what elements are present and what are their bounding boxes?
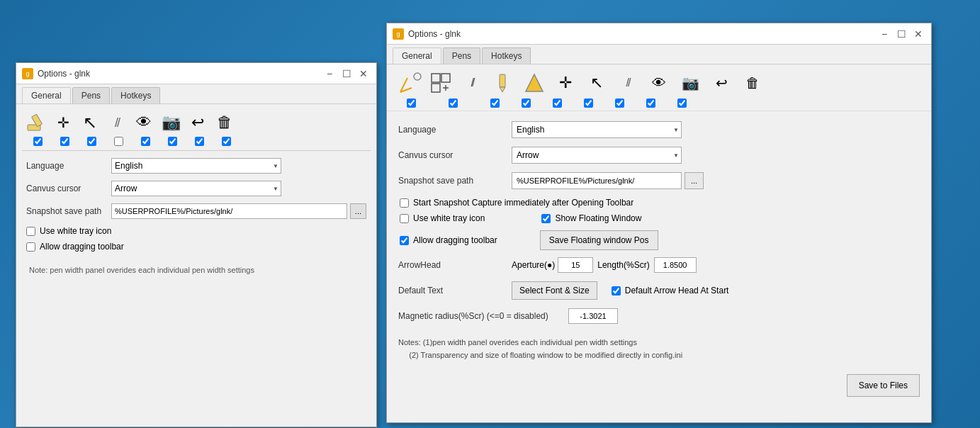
small-title: Options - glnk	[38, 69, 90, 79]
large-tool-pen-big[interactable]	[490, 70, 516, 96]
small-snapshot-path-row: Snapshot save path ...	[26, 203, 366, 219]
small-check-5[interactable]	[168, 137, 177, 146]
large-check-2[interactable]	[490, 98, 500, 108]
small-tool-eraser[interactable]	[25, 111, 47, 134]
large-tab-general[interactable]: General	[393, 47, 441, 64]
svg-marker-11	[500, 87, 505, 92]
small-check-7[interactable]	[222, 137, 231, 146]
small-toolbar-area: ✛ ↖ // 👁 📷 ↩ 🗑	[16, 104, 376, 150]
small-canvas-cursor-select[interactable]: Arrow Cross Default	[111, 181, 281, 196]
large-check-0[interactable]	[407, 98, 416, 108]
small-canvas-cursor-row: Canvus cursor Arrow Cross Default ▼	[26, 181, 366, 196]
large-save-floating-button[interactable]: Save Floating window Pos	[540, 230, 658, 250]
large-maximize-button[interactable]: ☐	[894, 27, 908, 41]
small-check-1[interactable]	[60, 137, 69, 146]
small-check-6[interactable]	[195, 137, 204, 146]
large-save-files-button[interactable]: Save to Files	[847, 374, 920, 397]
small-note: Note: pen width panel overides each indi…	[26, 266, 366, 274]
large-minimize-button[interactable]: −	[877, 27, 891, 41]
small-tool-camera[interactable]: 📷	[159, 111, 182, 134]
large-select-font-button[interactable]: Select Font & Size	[512, 281, 597, 300]
large-default-arrowhead-checkbox[interactable]	[612, 286, 621, 295]
small-browse-button[interactable]: ...	[350, 203, 366, 219]
small-tool-lines[interactable]: //	[106, 111, 128, 134]
large-notes-line2: (2) Transparency and size of floating wi…	[398, 351, 682, 359]
large-magnetic-row: Magnetic radius(%Scr) (<=0 = disabled)	[398, 308, 920, 324]
small-check-0[interactable]	[33, 137, 43, 146]
small-title-buttons: − ☐ ✕	[322, 67, 371, 81]
small-drag-toolbar-label: Allow dragging toolbar	[40, 242, 124, 252]
small-language-label: Language	[26, 161, 104, 171]
large-default-text-label: Default Text	[398, 286, 512, 295]
small-tool-move[interactable]: ✛	[52, 111, 74, 134]
large-tool-lines-big[interactable]: //	[459, 70, 485, 96]
large-arrowhead-label: ArrowHead	[398, 260, 512, 270]
large-check-8[interactable]	[677, 98, 687, 108]
svg-point-4	[414, 73, 421, 80]
large-drag-toolbar-checkbox[interactable]	[400, 236, 409, 245]
large-snapshot-path-input[interactable]	[512, 172, 682, 189]
small-tool-undo[interactable]: ↩	[186, 111, 209, 134]
small-tool-eye[interactable]: 👁	[133, 111, 155, 134]
large-browse-button[interactable]: ...	[685, 172, 704, 189]
large-canvas-cursor-select[interactable]: Arrow Cross	[512, 147, 682, 164]
large-check-6[interactable]	[615, 98, 624, 108]
small-minimize-button[interactable]: −	[322, 67, 337, 81]
small-tab-general[interactable]: General	[22, 87, 71, 103]
large-arrowhead-row: ArrowHead Aperture(●) Length(%Scr)	[398, 257, 920, 273]
large-magnetic-input[interactable]	[568, 308, 618, 324]
small-close-button[interactable]: ✕	[356, 67, 371, 81]
large-length-label: Length(%Scr)	[597, 260, 649, 270]
small-language-select[interactable]: English French German	[111, 158, 281, 174]
large-tool-delete-big[interactable]: 🗑	[740, 70, 765, 96]
small-maximize-button[interactable]: ☐	[339, 67, 354, 81]
large-tabs: General Pens Hotkeys	[387, 45, 931, 64]
large-snapshot-path-label: Snapshot save path	[398, 176, 512, 186]
large-save-row: Save to Files	[398, 370, 920, 397]
small-tool-delete[interactable]: 🗑	[213, 111, 236, 134]
large-start-snapshot-checkbox[interactable]	[400, 198, 409, 208]
large-tab-hotkeys[interactable]: Hotkeys	[482, 47, 531, 64]
large-form-area: Language English French German ▼ Canvus …	[387, 111, 931, 407]
large-tool-undo-big[interactable]: ↩	[709, 70, 734, 96]
large-check-1[interactable]	[449, 98, 458, 108]
small-tool-checkboxes	[25, 137, 368, 146]
small-check-2[interactable]	[87, 137, 96, 146]
large-tab-pens[interactable]: Pens	[443, 47, 480, 64]
small-drag-toolbar-checkbox[interactable]	[26, 242, 35, 252]
large-aperture-label: Aperture(●)	[512, 260, 555, 270]
large-check-4[interactable]	[553, 98, 562, 108]
large-close-button[interactable]: ✕	[911, 27, 925, 41]
large-check-5[interactable]	[584, 98, 593, 108]
large-tool-lines2[interactable]: //	[615, 70, 641, 96]
small-snapshot-path-input[interactable]	[111, 203, 347, 219]
large-drag-save-row: Allow dragging toolbar Save Floating win…	[398, 230, 920, 250]
small-check-3[interactable]	[114, 137, 123, 146]
large-default-arrowhead-label: Default Arrow Head At Start	[625, 286, 729, 295]
large-tool-0[interactable]	[397, 70, 422, 96]
small-check-4[interactable]	[141, 137, 150, 146]
large-length-input[interactable]	[654, 257, 697, 273]
large-tool-shape[interactable]	[522, 70, 547, 96]
large-title: Options - glnk	[408, 29, 461, 39]
large-check-3[interactable]	[522, 98, 531, 108]
small-tray-icon-checkbox[interactable]	[26, 227, 35, 236]
large-tool-eye-big[interactable]: 👁	[646, 70, 672, 96]
svg-rect-10	[500, 74, 505, 87]
large-check-7[interactable]	[646, 98, 655, 108]
large-snapshot-capture-row: Start Snapshot Capture immediately after…	[398, 198, 920, 208]
large-notes-area: Notes: (1)pen width panel overides each …	[398, 332, 920, 366]
large-tray-icon-checkbox[interactable]	[400, 214, 409, 223]
large-show-floating-checkbox[interactable]	[541, 214, 551, 223]
small-tool-arrow[interactable]: ↖	[79, 111, 101, 134]
small-language-row: Language English French German ▼	[26, 158, 366, 174]
large-aperture-input[interactable]	[558, 257, 593, 273]
small-tab-hotkeys[interactable]: Hotkeys	[111, 87, 160, 103]
large-snapshot-path-row: Snapshot save path ...	[398, 172, 920, 189]
large-tool-move-big[interactable]: ✛	[553, 70, 578, 96]
large-language-select[interactable]: English French German	[512, 121, 682, 138]
large-tool-1[interactable]	[428, 70, 454, 96]
small-tab-pens[interactable]: Pens	[72, 87, 110, 103]
large-tool-camera-big[interactable]: 📷	[677, 70, 703, 96]
large-tool-arrow-big[interactable]: ↖	[584, 70, 609, 96]
